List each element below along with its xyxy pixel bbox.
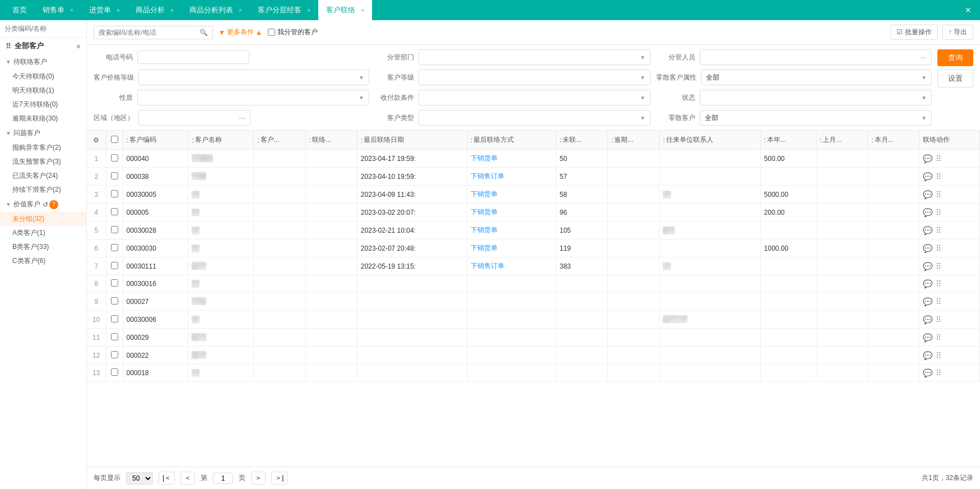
more-conditions-button[interactable]: ▼ 更多条件 ▲: [219, 27, 262, 37]
chat-icon[interactable]: 💬: [923, 262, 932, 271]
nav-customer-segment[interactable]: 客户分层经客 ×: [250, 0, 318, 20]
select-all-checkbox[interactable]: [111, 136, 118, 143]
sidebar-item-unclassified[interactable]: 未分组(32): [0, 212, 86, 226]
chat-icon[interactable]: 💬: [923, 208, 932, 217]
sidebar-item-tomorrow[interactable]: 明天待联络(1): [0, 84, 86, 98]
status-select[interactable]: ▼: [700, 90, 932, 105]
row-checkbox[interactable]: [106, 239, 123, 257]
sidebar-item-class-a[interactable]: A类客户(1): [0, 226, 86, 240]
chat-icon[interactable]: 💬: [923, 154, 932, 163]
row-checkbox[interactable]: [106, 347, 123, 365]
page-number-input[interactable]: [213, 473, 233, 484]
price-level-select[interactable]: ▼: [138, 70, 369, 85]
chat-icon[interactable]: 💬: [923, 244, 932, 253]
value-refresh-icon[interactable]: ↺: [43, 201, 48, 209]
chat-icon[interactable]: 💬: [923, 351, 932, 360]
grid-action-icon[interactable]: ⠿: [936, 297, 941, 306]
row-checkbox[interactable]: [106, 257, 123, 275]
export-button[interactable]: ↑ 导出: [942, 25, 973, 40]
grid-action-icon[interactable]: ⠿: [936, 244, 941, 253]
sidebar-item-declining[interactable]: 持续下滑客户(2): [0, 183, 86, 197]
page-size-select[interactable]: 50: [126, 472, 153, 485]
sidebar-item-overdue[interactable]: 逾期未联络(30): [0, 112, 86, 126]
row-last-method[interactable]: 下销售订单: [467, 168, 556, 186]
row-last-method[interactable]: 下销货单: [467, 222, 556, 239]
grid-action-icon[interactable]: ⠿: [936, 333, 941, 342]
col-this-month[interactable]: : 本月...: [868, 131, 919, 150]
row-checkbox[interactable]: [106, 168, 123, 186]
settings-icon[interactable]: ⚙: [93, 136, 99, 144]
col-this-year[interactable]: : 本年...: [760, 131, 816, 150]
row-checkbox[interactable]: [106, 204, 123, 222]
close-sales-tab[interactable]: ×: [70, 7, 73, 13]
grid-action-icon[interactable]: ⠿: [936, 190, 941, 199]
row-checkbox[interactable]: [106, 365, 123, 382]
row-last-method[interactable]: [467, 365, 556, 382]
row-last-method[interactable]: [467, 311, 556, 329]
chat-icon[interactable]: 💬: [923, 297, 932, 306]
prev-page-button[interactable]: ＜: [180, 472, 195, 485]
chat-icon[interactable]: 💬: [923, 172, 932, 181]
grid-action-icon[interactable]: ⠿: [936, 279, 941, 288]
next-page-button[interactable]: ＞: [251, 472, 266, 485]
sidebar-all-customers[interactable]: ⠿ 全部客户 «: [0, 38, 86, 54]
sidebar-item-abnormal[interactable]: 囤购异常客户(2): [0, 141, 86, 155]
nav-customer-contact[interactable]: 客户联络 ×: [318, 0, 372, 20]
col-checkbox[interactable]: [106, 131, 123, 150]
sidebar-item-today[interactable]: 今天待联络(0): [0, 70, 86, 84]
grid-action-icon[interactable]: ⠿: [936, 154, 941, 163]
dept-select[interactable]: ▼: [419, 49, 651, 65]
sidebar-group-value-title[interactable]: ▼ 价值客户 ↺ 7: [0, 197, 86, 212]
manager-select[interactable]: ···: [700, 49, 932, 65]
grid-action-icon[interactable]: ⠿: [936, 351, 941, 360]
phone-input[interactable]: [137, 50, 249, 64]
row-last-method[interactable]: [467, 275, 556, 293]
row-checkbox[interactable]: [106, 311, 123, 329]
row-last-method[interactable]: 下销货单: [467, 204, 556, 222]
reset-button[interactable]: 设置: [937, 70, 973, 87]
col-overdue[interactable]: : 逾期...: [608, 131, 659, 150]
sidebar-collapse-icon[interactable]: «: [76, 41, 81, 50]
row-checkbox[interactable]: [106, 329, 123, 347]
window-close-button[interactable]: ×: [960, 4, 976, 16]
row-last-method[interactable]: 下销售订单: [467, 257, 556, 275]
col-type[interactable]: : 客户...: [254, 131, 305, 150]
first-page-button[interactable]: |＜: [159, 472, 175, 485]
sidebar-group-problem-title[interactable]: ▼ 问题客户: [0, 126, 86, 141]
my-customers-check[interactable]: [268, 29, 275, 36]
sidebar-item-class-c[interactable]: C类客户(6): [0, 254, 86, 268]
chat-icon[interactable]: 💬: [923, 279, 932, 288]
close-purchase-tab[interactable]: ×: [117, 7, 120, 13]
grid-action-icon[interactable]: ⠿: [936, 208, 941, 217]
scatter-attr-select[interactable]: 全部 ▼: [701, 70, 932, 85]
grid-action-icon[interactable]: ⠿: [936, 368, 941, 377]
sidebar-group-pending-title[interactable]: ▼ 待联络客户: [0, 54, 86, 70]
grid-action-icon[interactable]: ⠿: [936, 226, 941, 235]
col-last-method[interactable]: : 最后联络方式: [467, 131, 556, 150]
row-last-method[interactable]: 下销货单: [467, 186, 556, 204]
sidebar-search-input[interactable]: [4, 25, 87, 33]
region-select[interactable]: ···: [138, 110, 250, 126]
col-contact[interactable]: : 联络...: [305, 131, 357, 150]
filter-search-box[interactable]: 🔍: [94, 26, 213, 39]
row-checkbox[interactable]: [106, 293, 123, 311]
customer-level-select[interactable]: ▼: [419, 70, 651, 85]
my-customers-checkbox[interactable]: 我分管的客户: [268, 27, 318, 37]
col-name[interactable]: : 客户名称: [188, 131, 254, 150]
col-contact-person[interactable]: : 往来单位联系人: [659, 131, 760, 150]
col-unliaised[interactable]: : 未联...: [556, 131, 607, 150]
col-code[interactable]: : 客户编码: [123, 131, 188, 150]
nav-product-list[interactable]: 商品分析列表 ×: [182, 0, 250, 20]
row-checkbox[interactable]: [106, 186, 123, 204]
search-input[interactable]: [99, 29, 199, 36]
chat-icon[interactable]: 💬: [923, 226, 932, 235]
row-last-method[interactable]: [467, 347, 556, 365]
close-segment-tab[interactable]: ×: [307, 7, 310, 13]
sidebar-item-7days[interactable]: 近7天待联络(0): [0, 98, 86, 112]
nav-purchase[interactable]: 进货单 ×: [81, 0, 128, 20]
chat-icon[interactable]: 💬: [923, 333, 932, 342]
col-last-month[interactable]: : 上月...: [816, 131, 867, 150]
scatter-select[interactable]: 全部 ▼: [700, 110, 932, 126]
row-last-method[interactable]: [467, 293, 556, 311]
row-last-method[interactable]: 下销货单: [467, 150, 556, 168]
